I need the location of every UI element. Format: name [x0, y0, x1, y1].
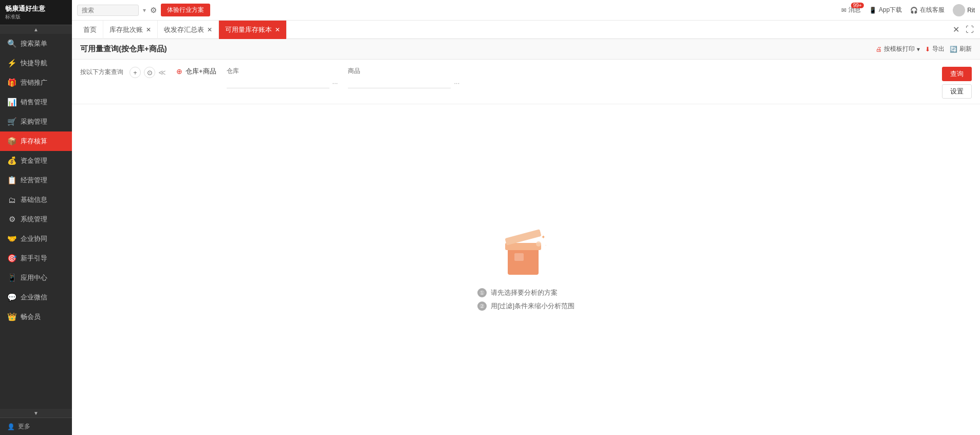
warehouse-more-btn[interactable]: ··· [332, 79, 338, 87]
mail-icon: ✉ [841, 7, 846, 14]
phone-icon: 📱 [7, 273, 16, 282]
refresh-btn[interactable]: 🔄 刷新 [950, 45, 972, 53]
settings-button[interactable]: 设置 [942, 84, 972, 99]
product-input-row: ··· [348, 78, 459, 88]
crown-icon: 👑 [7, 312, 16, 321]
sidebar-item-label: 新手引导 [21, 254, 47, 263]
sidebar-items: 🔍 搜索菜单 ⚡ 快捷导航 🎁 营销推广 📊 销售管理 🛒 采购管理 📦 库存核… [0, 34, 72, 409]
lightning-icon: ⚡ [7, 59, 16, 68]
tab-batch-ledger-close[interactable]: ✕ [146, 26, 151, 33]
sidebar-item-label: 经营管理 [21, 176, 47, 185]
page-header: 可用量查询(按仓库+商品) 🖨 按模板打印 ▾ ⬇ 导出 🔄 刷新 [72, 39, 980, 60]
refresh-label: 刷新 [959, 45, 972, 53]
sidebar-bottom[interactable]: 👤 更多 [0, 418, 72, 435]
topbar: ▾ ⚙ 体验行业方案 ✉ 消息 99+ 📱 App下载 🎧 在线客服 Rit [72, 0, 980, 21]
query-button[interactable]: 查询 [942, 67, 972, 81]
scheme-item-warehouse-product[interactable]: ⊕ 仓库+商品 [172, 65, 220, 78]
sidebar-item-purchase[interactable]: 🛒 采购管理 [0, 112, 72, 131]
page-header-actions: 🖨 按模板打印 ▾ ⬇ 导出 🔄 刷新 [876, 45, 972, 53]
cart-icon: 🛒 [7, 117, 16, 126]
gift-icon: 🎁 [7, 78, 16, 87]
avatar [953, 4, 965, 16]
sidebar-logo: 畅康通好生意 标准版 [0, 0, 72, 25]
search-fields: 仓库 ··· 商品 ··· [227, 65, 936, 88]
app-icon: 📱 [869, 7, 877, 14]
sidebar-item-operations[interactable]: 📋 经营管理 [0, 171, 72, 190]
sidebar-item-enterprise-wechat[interactable]: 💬 企业微信 [0, 288, 72, 307]
svg-rect-3 [514, 253, 524, 261]
money-icon: 💰 [7, 156, 16, 165]
dropdown-icon[interactable]: ▾ [143, 7, 146, 14]
export-btn[interactable]: ⬇ 导出 [925, 45, 945, 53]
sidebar-bottom-label: 更多 [18, 422, 30, 431]
sidebar-item-members[interactable]: 👑 畅会员 [0, 307, 72, 327]
filter-area: 按以下方案查询 + ⊙ ≪ ⊕ 仓库+商品 仓库 ··· 商品 [72, 60, 980, 104]
close-all-button[interactable]: ✕ [951, 23, 961, 36]
sidebar-item-search[interactable]: 🔍 搜索菜单 [0, 34, 72, 53]
online-service-btn[interactable]: 🎧 在线客服 [910, 6, 945, 14]
sidebar-item-sales[interactable]: 📊 销售管理 [0, 92, 72, 112]
sidebar-item-system[interactable]: ⚙ 系统管理 [0, 210, 72, 229]
sidebar-item-label: 采购管理 [21, 117, 47, 126]
sidebar-item-label: 库存核算 [21, 137, 47, 146]
tab-batch-ledger[interactable]: 库存批次账 ✕ [103, 21, 158, 39]
clipboard-icon: 📋 [7, 176, 16, 185]
app-download-label: App下载 [879, 6, 902, 14]
scheme-icon: ⊕ [176, 67, 182, 75]
tab-available-ledger-close[interactable]: ✕ [275, 26, 280, 33]
sidebar-item-shortcut[interactable]: ⚡ 快捷导航 [0, 53, 72, 73]
instruction-text-1: 请先选择要分析的方案 [491, 288, 558, 297]
sidebar-item-basic[interactable]: 🗂 基础信息 [0, 190, 72, 210]
product-input[interactable] [348, 78, 451, 88]
filter-add-btn[interactable]: + [130, 67, 141, 78]
fullscreen-button[interactable]: ⛶ [964, 23, 976, 36]
sidebar-item-label: 搜索菜单 [21, 39, 47, 48]
sidebar-item-newbie[interactable]: 🎯 新手引导 [0, 249, 72, 268]
username: Rit [967, 7, 975, 14]
box-icon: 📦 [7, 137, 16, 146]
sidebar-scroll-up[interactable]: ▲ [0, 25, 72, 34]
tab-collection-summary[interactable]: 收发存汇总表 ✕ [158, 21, 219, 39]
warehouse-input[interactable] [227, 78, 329, 88]
print-btn[interactable]: 🖨 按模板打印 ▾ [876, 45, 920, 53]
sidebar-item-inventory[interactable]: 📦 库存核算 [0, 131, 72, 151]
handshake-icon: 🤝 [7, 234, 16, 243]
sidebar-item-app-center[interactable]: 📱 应用中心 [0, 268, 72, 288]
notification-badge: 99+ [851, 3, 864, 8]
gear-icon: ⚙ [7, 215, 16, 224]
user-avatar-area[interactable]: Rit [953, 4, 975, 16]
sidebar-item-marketing[interactable]: 🎁 营销推广 [0, 73, 72, 92]
headset-icon: 🎧 [910, 7, 918, 14]
tab-available-ledger[interactable]: 可用量库存账本 ✕ [219, 21, 287, 39]
instruction-text-2: 用[过滤]条件来缩小分析范围 [491, 301, 575, 311]
topbar-gear-icon[interactable]: ⚙ [150, 6, 157, 15]
sidebar-item-label: 企业协同 [21, 234, 47, 243]
search-input[interactable] [77, 5, 139, 16]
sidebar-item-finance[interactable]: 💰 资金管理 [0, 151, 72, 171]
instruction-num-1: ① [477, 288, 487, 297]
empty-instructions: ① 请先选择要分析的方案 ② 用[过滤]条件来缩小分析范围 [477, 288, 575, 311]
online-service-label: 在线客服 [920, 6, 945, 14]
filter-setting-btn[interactable]: ⊙ [144, 67, 155, 78]
target-icon: 🎯 [7, 254, 16, 263]
empty-box-svg: ✦ · · [500, 229, 551, 280]
svg-text:·: · [539, 230, 540, 235]
product-more-btn[interactable]: ··· [454, 79, 459, 87]
tab-home-label: 首页 [83, 25, 97, 34]
refresh-icon: 🔄 [950, 46, 957, 53]
sidebar-item-enterprise-coop[interactable]: 🤝 企业协同 [0, 229, 72, 249]
instruction-item-2: ② 用[过滤]条件来缩小分析范围 [477, 301, 575, 311]
folder-icon: 🗂 [7, 196, 16, 204]
tab-actions: ✕ ⛶ [951, 23, 980, 36]
notification-btn[interactable]: ✉ 消息 99+ [841, 6, 861, 14]
brand-edition: 标准版 [5, 13, 67, 21]
industry-btn[interactable]: 体验行业方案 [161, 4, 210, 16]
filter-collapse-btn[interactable]: ≪ [158, 68, 166, 77]
app-download-btn[interactable]: 📱 App下载 [869, 6, 902, 14]
sidebar-scroll-down[interactable]: ▼ [0, 409, 72, 418]
sidebar-bottom-icon: 👤 [7, 423, 15, 430]
empty-illustration: ✦ · · [500, 229, 551, 280]
tab-home[interactable]: 首页 [77, 21, 103, 39]
svg-text:✦: ✦ [541, 234, 545, 240]
tab-collection-summary-close[interactable]: ✕ [207, 26, 212, 33]
